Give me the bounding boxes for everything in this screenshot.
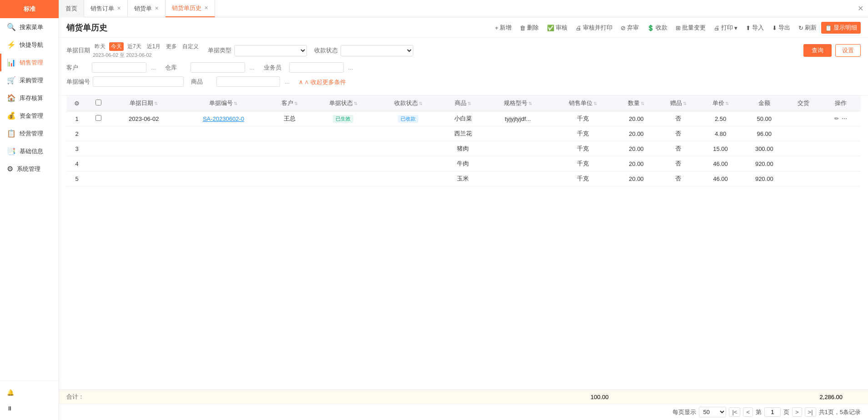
tab-sales-delivery[interactable]: 销货单 ✕ bbox=[128, 0, 166, 17]
row-checkbox[interactable] bbox=[87, 111, 109, 126]
warehouse-input[interactable] bbox=[191, 62, 245, 73]
filter-collect-status: 收款状态 bbox=[314, 45, 413, 56]
sort-icon: ⇅ bbox=[154, 101, 158, 106]
row-delivery bbox=[787, 156, 820, 171]
abandon-button[interactable]: ⊘ 弃审 bbox=[617, 22, 642, 34]
filter-warehouse: 仓库 ... bbox=[165, 62, 256, 73]
shortcut-7days[interactable]: 近7天 bbox=[125, 42, 143, 51]
more-button[interactable]: ⋯ bbox=[840, 115, 848, 122]
prev-page-button[interactable]: < bbox=[743, 407, 753, 417]
sidebar-item-basic-info[interactable]: 📑 基础信息 bbox=[0, 142, 59, 160]
audit-button[interactable]: ✅ 审核 bbox=[543, 22, 571, 34]
sales-rep-input[interactable] bbox=[289, 62, 344, 73]
customer-label: 客户 bbox=[66, 64, 89, 72]
next-page-button[interactable]: > bbox=[792, 407, 802, 417]
edit-button[interactable]: ✏ bbox=[833, 115, 840, 122]
row-delivery bbox=[787, 111, 820, 126]
col-gift: 赠品⇅ bbox=[657, 95, 700, 111]
print-button[interactable]: 🖨 打印 ▾ bbox=[710, 22, 741, 34]
select-all-checkbox[interactable] bbox=[95, 100, 101, 105]
row-num: 2 bbox=[66, 126, 87, 141]
first-page-button[interactable]: |< bbox=[729, 407, 740, 417]
sidebar-pause[interactable]: ⏸ bbox=[0, 400, 59, 416]
row-qty: 20.00 bbox=[615, 141, 657, 156]
col-checkbox[interactable] bbox=[87, 95, 109, 111]
row-price: 2.50 bbox=[699, 111, 742, 126]
sales-icon: 📊 bbox=[7, 58, 16, 67]
last-page-button[interactable]: >| bbox=[805, 407, 816, 417]
tab-sales-order[interactable]: 销售订单 ✕ bbox=[84, 0, 128, 17]
row-checkbox[interactable] bbox=[87, 141, 109, 156]
doc-no-input[interactable] bbox=[93, 76, 184, 87]
collapse-conditions-button[interactable]: ∧ ∧ 收起更多条件 bbox=[299, 78, 346, 86]
row-doc-no: SA-20230602-0 bbox=[178, 111, 269, 126]
sidebar-item-label: 采购管理 bbox=[20, 76, 43, 85]
shortcut-custom[interactable]: 自定义 bbox=[181, 42, 201, 51]
sidebar-item-quick-nav[interactable]: ⚡ 快捷导航 bbox=[0, 36, 59, 54]
warehouse-pick-button[interactable]: ... bbox=[248, 64, 256, 71]
print-icon: 🖨 bbox=[714, 25, 720, 31]
new-button[interactable]: + 新增 bbox=[491, 22, 515, 34]
batch-change-button[interactable]: ⊞ 批量变更 bbox=[672, 22, 709, 34]
show-detail-button[interactable]: 📋 显示明细 bbox=[821, 22, 861, 34]
sidebar-item-inventory[interactable]: 🏠 库存核算 bbox=[0, 89, 59, 107]
sidebar-item-operation[interactable]: 📋 经营管理 bbox=[0, 125, 59, 142]
per-page-select[interactable]: 50 20 100 bbox=[699, 407, 726, 417]
import-button[interactable]: ⬆ 导入 bbox=[742, 22, 768, 34]
filter-customer: 客户 ... bbox=[66, 62, 158, 73]
setting-button[interactable]: 设置 bbox=[835, 44, 861, 57]
customer-pick-button[interactable]: ... bbox=[149, 64, 158, 71]
doc-type-select[interactable] bbox=[234, 45, 307, 56]
row-checkbox[interactable] bbox=[87, 126, 109, 141]
sidebar-item-system-mgmt[interactable]: ⚙ 系统管理 bbox=[0, 160, 59, 178]
sidebar-item-search-menu[interactable]: 🔍 搜索菜单 bbox=[0, 18, 59, 36]
shortcut-yesterday[interactable]: 昨天 bbox=[93, 42, 107, 51]
sidebar-item-sales-mgmt[interactable]: 📊 销售管理 bbox=[0, 54, 59, 71]
row-unit: 千克 bbox=[550, 111, 615, 126]
filter-row-3: 单据编号 商品 ... ∧ ∧ 收起更多条件 bbox=[66, 76, 861, 87]
delete-button[interactable]: 🗑 删除 bbox=[516, 22, 542, 34]
row-doc-date bbox=[110, 126, 178, 141]
col-settings[interactable]: ⚙ bbox=[66, 95, 87, 111]
tab-sales-history[interactable]: 销货单历史 ✕ bbox=[166, 0, 215, 17]
doc-no-link[interactable]: SA-20230602-0 bbox=[203, 115, 244, 122]
sidebar-item-finance[interactable]: 💰 资金管理 bbox=[0, 107, 59, 125]
page-title: 销货单历史 bbox=[66, 22, 107, 33]
goods-pick-button[interactable]: ... bbox=[283, 78, 291, 85]
refresh-button[interactable]: ↻ 刷新 bbox=[795, 22, 820, 34]
row-goods: 玉米 bbox=[441, 171, 485, 186]
close-icon[interactable]: ✕ bbox=[117, 5, 121, 11]
sales-rep-pick-button[interactable]: ... bbox=[346, 64, 355, 71]
row-pay-status bbox=[376, 171, 441, 186]
collect-status-select[interactable] bbox=[341, 45, 413, 56]
row-spec: tyjyjtyjdf... bbox=[485, 111, 550, 126]
close-icon[interactable]: ✕ bbox=[155, 5, 159, 11]
row-qty: 20.00 bbox=[615, 156, 657, 171]
close-icon[interactable]: ✕ bbox=[204, 5, 208, 11]
row-doc-date bbox=[110, 141, 178, 156]
shortcut-more[interactable]: 更多 bbox=[164, 42, 179, 51]
plus-icon: + bbox=[495, 25, 498, 31]
customer-input[interactable] bbox=[92, 62, 146, 73]
collect-button[interactable]: 💲 收款 bbox=[643, 22, 671, 34]
tab-home[interactable]: 首页 bbox=[59, 0, 84, 17]
close-all-button[interactable]: ✕ bbox=[853, 4, 868, 13]
sidebar-item-purchase-mgmt[interactable]: 🛒 采购管理 bbox=[0, 71, 59, 89]
col-amount: 金额 bbox=[742, 95, 787, 111]
sidebar-item-label: 销售管理 bbox=[20, 59, 43, 67]
row-pay-status: 已收款 bbox=[376, 111, 441, 126]
goods-input[interactable] bbox=[216, 76, 280, 87]
row-doc-no bbox=[178, 141, 269, 156]
export-button[interactable]: ⬇ 导出 bbox=[768, 22, 794, 34]
page-number-input[interactable] bbox=[764, 407, 781, 417]
row-checkbox[interactable] bbox=[87, 156, 109, 171]
audit-print-button[interactable]: 🖨 审核并打印 bbox=[572, 22, 616, 34]
page-content: 销货单历史 + 新增 🗑 删除 ✅ 审核 🖨 审核并打印 bbox=[59, 17, 868, 420]
shortcut-1month[interactable]: 近1月 bbox=[145, 42, 163, 51]
row-unit: 千克 bbox=[550, 156, 615, 171]
sidebar-notification[interactable]: 🔔 bbox=[0, 385, 59, 400]
detail-icon: 📋 bbox=[825, 25, 832, 31]
row-checkbox[interactable] bbox=[87, 171, 109, 186]
shortcut-today[interactable]: 今天 bbox=[109, 42, 124, 51]
query-button[interactable]: 查询 bbox=[803, 44, 832, 57]
